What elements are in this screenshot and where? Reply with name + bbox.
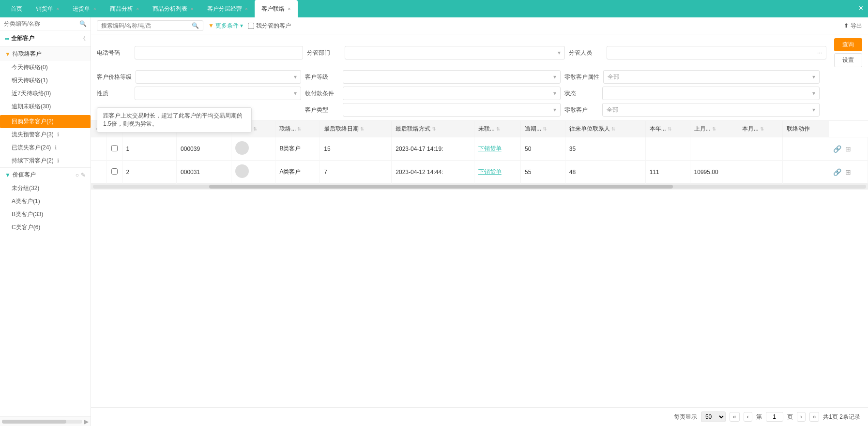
sort-icon[interactable]: ⇅ xyxy=(360,126,364,132)
sidebar-item-7days[interactable]: 近7天待联络(0) xyxy=(0,87,91,100)
row-check[interactable] xyxy=(107,137,122,161)
payment-field: 收付款条件 ▾ xyxy=(305,87,561,100)
nav-product-analysis[interactable]: 商品分析 × xyxy=(103,0,146,17)
row-gear[interactable] xyxy=(91,137,107,161)
arrow-icon: ▼ xyxy=(5,172,11,178)
phone-input[interactable] xyxy=(135,46,303,59)
retail-customer-select[interactable]: 全部 ▾ xyxy=(602,103,820,117)
nature-select[interactable]: ▾ xyxy=(135,87,301,100)
search-icon[interactable]: 🔍 xyxy=(192,22,199,29)
nav-customer-contact[interactable]: 客户联络 × xyxy=(255,0,297,17)
sidebar-group-pending[interactable]: ▼ 待联络客户 xyxy=(0,47,91,61)
close-icon[interactable]: × xyxy=(245,6,248,12)
first-page-btn[interactable]: « xyxy=(730,412,740,422)
nav-product-analysis-list[interactable]: 商品分析列表 × xyxy=(146,0,200,17)
sidebar-item-tomorrow[interactable]: 明天待联络(1) xyxy=(0,74,91,87)
sort-icon[interactable]: ⇅ xyxy=(432,126,436,132)
query-button[interactable]: 查询 xyxy=(834,38,862,51)
data-table-wrapper[interactable]: ⚙ 客户编码 ⇅ 客户名称 ⇅ xyxy=(91,121,868,407)
my-customers-checkbox[interactable] xyxy=(248,23,254,29)
close-icon[interactable]: × xyxy=(56,6,59,12)
grid-action-icon[interactable]: ⊞ xyxy=(845,145,851,153)
nav-customer-tier[interactable]: 客户分层经营 × xyxy=(200,0,255,17)
close-icon[interactable]: × xyxy=(288,6,290,12)
next-page-btn[interactable]: › xyxy=(797,412,806,422)
prev-page-btn[interactable]: ‹ xyxy=(744,412,752,422)
nav-sales[interactable]: 销货单 × xyxy=(29,0,66,17)
row-checkbox[interactable] xyxy=(111,168,118,175)
sidebar-search-icon[interactable]: 🔍 xyxy=(79,20,87,27)
row-checkbox[interactable] xyxy=(111,145,118,151)
retail-attr-select[interactable]: 全部 ▾ xyxy=(603,70,820,84)
circle-icon[interactable]: ○ xyxy=(76,172,79,178)
retail-customer-field: 零散客户 全部 ▾ xyxy=(564,103,820,117)
payment-select[interactable]: ▾ xyxy=(343,87,561,100)
chevron-down-icon: ▾ xyxy=(812,106,815,113)
my-customers-filter[interactable]: 我分管的客户 xyxy=(248,22,291,30)
row-overdue: 35 xyxy=(565,137,645,161)
chevron-down-icon: ▾ xyxy=(553,90,556,97)
export-button[interactable]: ⬆ 导出 xyxy=(844,22,862,30)
grid-action-icon[interactable]: ⊞ xyxy=(845,168,851,176)
dept-select[interactable]: ▾ xyxy=(345,46,565,59)
sort-icon[interactable]: ⇅ xyxy=(496,126,500,132)
close-icon[interactable]: × xyxy=(93,6,96,12)
nav-home[interactable]: 首页 xyxy=(4,0,29,17)
person-select[interactable]: ··· xyxy=(607,46,827,59)
collapse-icon[interactable]: 《 xyxy=(80,35,86,42)
row-check[interactable] xyxy=(107,161,122,184)
sidebar-scrollbar[interactable]: ▶ xyxy=(0,416,91,426)
edit-icon[interactable]: ✎ xyxy=(81,172,86,178)
sidebar-item-ungrouped[interactable]: 未分组(32) xyxy=(0,182,91,195)
customer-level-select[interactable]: ▾ xyxy=(343,70,561,84)
sidebar-item-class-b[interactable]: B类客户(33) xyxy=(0,208,91,221)
col-this-year: 本年... ⇅ xyxy=(645,121,690,137)
sort-icon[interactable]: ⇅ xyxy=(611,126,615,132)
more-conditions-btn[interactable]: ▼ 更多条件 ▾ xyxy=(208,22,243,30)
col-this-year-label: 本年... xyxy=(650,125,666,133)
info-icon: ℹ xyxy=(55,145,57,150)
nav-purchase[interactable]: 进货单 × xyxy=(66,0,103,17)
sort-icon[interactable]: ⇅ xyxy=(297,126,301,132)
price-level-select[interactable]: ▾ xyxy=(136,70,301,84)
close-icon[interactable]: × xyxy=(190,6,193,12)
page-size-select[interactable]: 50 100 200 xyxy=(701,411,726,422)
row-gear[interactable] xyxy=(91,161,107,184)
ellipsis-icon: ··· xyxy=(817,49,822,56)
row-last-date: 2023-04-17 14:19: xyxy=(392,137,474,161)
sort-icon[interactable]: ⇅ xyxy=(760,126,764,132)
sidebar-all-customers[interactable]: ▪▪ 全部客户 《 xyxy=(0,30,91,47)
link-action-icon[interactable]: 🔗 xyxy=(833,168,841,176)
sidebar-item-churned[interactable]: 已流失客户(24) ℹ xyxy=(0,141,91,154)
sort-icon[interactable]: ⇅ xyxy=(543,126,547,132)
sort-icon[interactable]: ⇅ xyxy=(668,126,671,132)
col-no-contact-label: 未联... xyxy=(478,125,495,133)
sidebar-item-declining[interactable]: 持续下滑客户(2) ℹ xyxy=(0,154,91,167)
page-input[interactable] xyxy=(766,412,783,422)
last-page-btn[interactable]: » xyxy=(809,412,820,422)
info-icon: ℹ xyxy=(57,118,59,124)
sidebar-expand-icon[interactable]: ▶ xyxy=(84,418,89,425)
settings-button[interactable]: 设置 xyxy=(834,53,862,67)
sidebar-item-class-c[interactable]: C类客户(6) xyxy=(0,221,91,234)
customer-type-select[interactable]: ▾ xyxy=(343,103,561,117)
sidebar-item-repurchase-abnormal[interactable]: 回购异常客户(2) ℹ xyxy=(0,115,91,128)
link-action-icon[interactable]: 🔗 xyxy=(833,145,841,153)
scroll-thumb[interactable] xyxy=(209,185,673,189)
col-contact-count-label: 联络... xyxy=(279,125,296,133)
sidebar-item-overdue[interactable]: 逾期未联络(30) xyxy=(0,100,91,113)
status-select[interactable]: ▾ xyxy=(602,87,820,100)
sidebar-search-input[interactable] xyxy=(4,20,79,27)
retail-attr-field: 零散客户属性 全部 ▾ xyxy=(564,70,820,84)
close-icon[interactable]: × xyxy=(136,6,139,12)
window-close-icon[interactable]: × xyxy=(859,4,863,13)
sidebar-group-value-customers[interactable]: ▼ 价值客户 ○ ✎ xyxy=(0,167,91,182)
sidebar-item-class-a[interactable]: A类客户(1) xyxy=(0,195,91,208)
horizontal-scrollbar[interactable] xyxy=(91,184,868,190)
sidebar-item-churn-warning[interactable]: 流失预警客户(3) ℹ xyxy=(0,128,91,141)
search-input[interactable] xyxy=(101,22,190,29)
sidebar-item-today[interactable]: 今天待联络(0) xyxy=(0,61,91,74)
col-last-month-label: 上月... xyxy=(694,125,711,133)
sort-icon[interactable]: ⇅ xyxy=(253,126,257,132)
sort-icon[interactable]: ⇅ xyxy=(712,126,716,132)
